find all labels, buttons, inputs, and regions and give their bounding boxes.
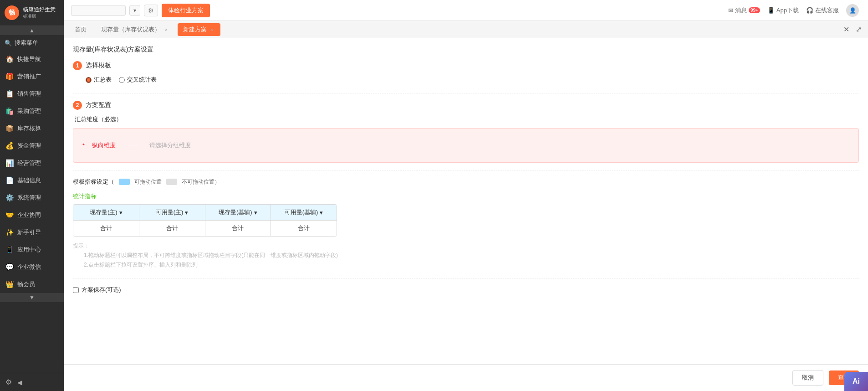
tab-inventory[interactable]: 现存量（库存状况表） × <box>95 23 176 36</box>
app-icon: 畅 <box>5 5 19 20</box>
tab-inventory-close[interactable]: × <box>163 26 169 33</box>
dropdown-button[interactable]: ▾ <box>129 5 140 16</box>
tab-inventory-label: 现存量（库存状况表） <box>101 26 160 34</box>
step2-header: 2 方案配置 <box>73 101 859 110</box>
gear-button[interactable]: ⚙ <box>144 5 158 16</box>
save-label: 方案保存(可选) <box>82 286 121 294</box>
sidebar-item-marketing[interactable]: 🎁 营销推广 <box>0 68 64 85</box>
col4-sub: 合计 <box>298 224 310 232</box>
stats-table: 现存量(主) ▾ 可用量(主) ▾ 现存量(基辅) ▾ 可用量(基辅) ▾ <box>73 204 337 237</box>
wechat-icon: 💬 <box>5 263 14 271</box>
radio-summary-input[interactable] <box>86 77 92 83</box>
search-input[interactable] <box>71 5 126 16</box>
sidebar-item-label: 营销推广 <box>17 72 41 81</box>
dimension-box[interactable]: * 纵向维度 —— 请选择分组维度 <box>73 128 859 163</box>
topbar: ▾ ⚙ 体验行业方案 ✉ 消息 99+ 📱 App下载 🎧 在线客服 👤 <box>64 0 868 21</box>
settings-icon[interactable]: ⚙ <box>5 378 12 386</box>
col4-label: 可用量(基辅) <box>285 208 318 216</box>
online-service-label: 在线客服 <box>815 6 839 15</box>
topbar-right: ✉ 消息 99+ 📱 App下载 🎧 在线客服 👤 <box>728 4 861 17</box>
col1-label: 现存量(主) <box>90 208 117 216</box>
stats-header-col4[interactable]: 可用量(基辅) ▾ <box>271 205 337 220</box>
non-draggable-indicator <box>166 179 177 185</box>
footer: 取消 查询 <box>64 364 868 391</box>
sidebar-item-wechat[interactable]: 💬 企业微信 <box>0 258 64 276</box>
step1-num: 1 <box>73 61 82 70</box>
tab-home-label: 首页 <box>75 26 87 34</box>
app-download-btn[interactable]: 📱 App下载 <box>767 6 799 15</box>
sidebar-item-cooperation[interactable]: 🤝 企业协同 <box>0 206 64 224</box>
sidebar-item-label: 畅会员 <box>17 280 35 288</box>
dash: —— <box>127 142 138 149</box>
app-edition: 标准版 <box>23 13 56 20</box>
tab-home[interactable]: 首页 <box>68 23 93 36</box>
sidebar-item-purchase[interactable]: 🛍️ 采购管理 <box>0 103 64 120</box>
sidebar-item-guide[interactable]: ✨ 新手引导 <box>0 224 64 241</box>
purchase-icon: 🛍️ <box>5 107 14 115</box>
vertical-label: 纵向维度 <box>92 141 116 149</box>
sales-icon: 📋 <box>5 90 14 98</box>
col2-sub: 合计 <box>166 224 178 232</box>
page-title: 现存量(库存状况表)方案设置 <box>73 46 859 54</box>
template-indicator-row: 模板指标设定（ 可拖动位置 不可拖动位置） <box>73 178 859 186</box>
tab-new-close[interactable]: × <box>209 26 215 33</box>
sidebar-item-label: 销售管理 <box>17 90 41 98</box>
avatar: 👤 <box>846 4 859 17</box>
gear-icon: ⚙ <box>148 7 154 14</box>
step2-num: 2 <box>73 101 82 110</box>
sidebar-item-label: 企业协同 <box>17 211 41 219</box>
sidebar-scroll-down[interactable]: ▼ <box>0 293 64 302</box>
sidebar-item-label: 新手引导 <box>17 228 41 237</box>
sidebar-item-sales[interactable]: 📋 销售管理 <box>0 85 64 103</box>
cancel-button[interactable]: 取消 <box>792 370 823 386</box>
template-indicator-label: 模板指标设定（ <box>73 178 114 186</box>
sidebar-item-operations[interactable]: 📊 经营管理 <box>0 154 64 172</box>
stats-header-col2[interactable]: 可用量(主) ▾ <box>139 205 205 220</box>
sidebar-item-label: 经营管理 <box>17 159 41 167</box>
col1-sub: 合计 <box>100 224 112 232</box>
sidebar-item-label: 快捷导航 <box>17 55 41 63</box>
online-service-btn[interactable]: 🎧 在线客服 <box>806 6 839 15</box>
collapse-icon[interactable]: ◀ <box>17 379 22 386</box>
window-expand-btn[interactable]: ⤢ <box>854 23 863 36</box>
topbar-left: ▾ ⚙ 体验行业方案 <box>71 4 724 17</box>
tab-new[interactable]: 新建方案 × <box>178 23 220 36</box>
stats-section-label: 统计指标 <box>73 192 859 201</box>
industry-btn[interactable]: 体验行业方案 <box>162 4 210 17</box>
message-label: 消息 <box>735 6 747 15</box>
stats-header-col1[interactable]: 现存量(主) ▾ <box>73 205 139 220</box>
col2-dropdown-icon: ▾ <box>185 209 188 216</box>
save-checkbox[interactable] <box>73 287 79 293</box>
window-close-btn[interactable]: ✕ <box>842 23 851 36</box>
headset-icon: 🎧 <box>806 7 813 14</box>
sidebar-item-label: 企业微信 <box>17 263 41 271</box>
stats-header-col3[interactable]: 现存量(基辅) ▾ <box>205 205 271 220</box>
sidebar-item-appcenter[interactable]: 📱 应用中心 <box>0 241 64 258</box>
required-mark: * <box>82 142 85 149</box>
tips-label: 提示： <box>73 242 89 249</box>
tab-new-label: 新建方案 <box>183 26 207 34</box>
col2-label: 可用量(主) <box>156 208 184 216</box>
appcenter-icon: 📱 <box>5 246 14 254</box>
message-btn[interactable]: ✉ 消息 99+ <box>728 6 760 15</box>
user-menu[interactable]: 👤 <box>846 4 861 17</box>
sidebar-item-label: 基础信息 <box>17 176 41 185</box>
stats-body-col3: 合计 <box>205 221 271 236</box>
system-icon: ⚙️ <box>5 194 14 202</box>
marketing-icon: 🎁 <box>5 72 14 81</box>
sidebar-item-finance[interactable]: 💰 资金管理 <box>0 137 64 154</box>
sidebar-item-basic[interactable]: 📄 基础信息 <box>0 172 64 189</box>
app-name: 畅康通好生意 <box>23 6 56 14</box>
sidebar-search[interactable]: 🔍 搜索菜单 <box>0 35 64 51</box>
sidebar-item-shortcut[interactable]: 🏠 快捷导航 <box>0 51 64 68</box>
sidebar-item-inventory[interactable]: 📦 库存核算 <box>0 120 64 137</box>
sidebar-item-label: 库存核算 <box>17 124 41 133</box>
radio-cross[interactable]: 交叉统计表 <box>119 76 157 84</box>
sidebar-item-system[interactable]: ⚙️ 系统管理 <box>0 189 64 206</box>
sidebar-scroll-up[interactable]: ▲ <box>0 26 64 35</box>
radio-cross-input[interactable] <box>119 77 125 83</box>
sidebar: 畅 畅康通好生意 标准版 ▲ 🔍 搜索菜单 🏠 快捷导航 🎁 营销推广 📋 销售… <box>0 0 64 391</box>
radio-summary[interactable]: 汇总表 <box>86 76 112 84</box>
ai-button[interactable]: Ai <box>844 372 868 391</box>
sidebar-item-member[interactable]: 👑 畅会员 <box>0 276 64 293</box>
